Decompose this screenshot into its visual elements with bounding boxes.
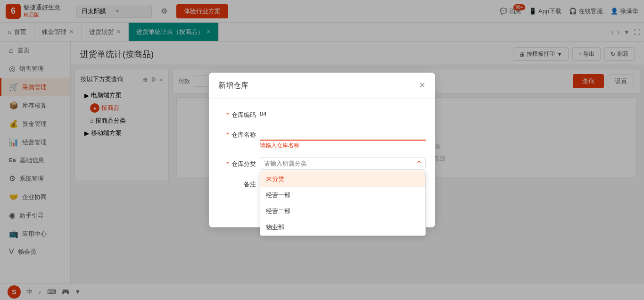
form-row-code: * 仓库编码 (218, 108, 426, 120)
dropdown-item-uncategorized[interactable]: 未分类 (260, 171, 425, 187)
category-arrow-icon[interactable]: ⌃ (416, 159, 422, 168)
modal-body: * 仓库编码 * 仓库名称 请输入仓库名称 * (209, 99, 435, 190)
code-label: * 仓库编码 (218, 108, 256, 119)
dropdown-item-dept3[interactable]: 物业部 (260, 219, 425, 235)
modal-close-icon[interactable]: ✕ (419, 80, 426, 91)
dropdown-item-dept1[interactable]: 经营一部 (260, 187, 425, 203)
category-select-wrap: ⌃ 未分类 经营一部 经营二部 物业部 (260, 157, 426, 170)
category-label: * 仓库分类 (218, 157, 256, 168)
name-input-wrap: 请输入仓库名称 (260, 128, 426, 150)
name-error-msg: 请输入仓库名称 (260, 142, 426, 150)
modal-overlay[interactable]: 新增仓库 ✕ * 仓库编码 * 仓库名称 请输入仓库名称 (0, 0, 644, 300)
modal-header: 新增仓库 ✕ (209, 73, 435, 99)
name-required-star: * (226, 131, 229, 138)
category-dropdown: 未分类 经营一部 经营二部 物业部 (260, 171, 426, 236)
form-row-name: * 仓库名称 请输入仓库名称 (218, 128, 426, 150)
modal-title: 新增仓库 (218, 81, 248, 91)
notes-label: 备注 (218, 177, 256, 189)
warehouse-code-input[interactable] (260, 108, 426, 120)
dropdown-item-dept2[interactable]: 经营二部 (260, 203, 425, 219)
new-warehouse-modal: 新增仓库 ✕ * 仓库编码 * 仓库名称 请输入仓库名称 (209, 73, 435, 227)
name-label: * 仓库名称 (218, 128, 256, 139)
category-input[interactable] (260, 157, 426, 170)
warehouse-name-input[interactable] (260, 128, 426, 141)
form-row-category: * 仓库分类 ⌃ 未分类 经营一部 经营二部 物业部 (218, 157, 426, 170)
cat-required-star: * (226, 160, 229, 167)
code-required-star: * (226, 111, 229, 118)
